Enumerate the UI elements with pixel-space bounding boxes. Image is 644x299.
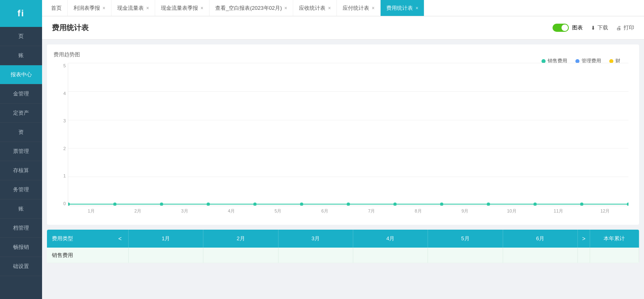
x-label-4: 4月 (208, 208, 254, 218)
x-axis: 1月 2月 3月 4月 5月 6月 7月 8月 9月 10月 11月 12月 (68, 208, 628, 218)
tab-blank-report-label: 查看_空白报表(2023年02月) (215, 4, 282, 12)
x-label-3: 3月 (161, 208, 208, 218)
tab-profit-close[interactable]: × (103, 5, 105, 11)
table-section: 费用类型 < 1月 2月 3月 4月 5月 6月 > 本年累计 销售费用 (47, 230, 639, 263)
td-sales-5 (428, 248, 503, 263)
tab-cashflow-close[interactable]: × (146, 5, 149, 11)
sidebar-item-ledger[interactable]: 账 (0, 199, 42, 219)
sidebar-item-home[interactable]: 页 (0, 27, 42, 46)
page-title: 费用统计表 (52, 23, 89, 33)
tab-receivable-close[interactable]: × (328, 5, 331, 11)
y-label-0: 0 (53, 201, 66, 206)
sidebar-item-service[interactable]: 务管理 (0, 180, 42, 199)
table-row-sales: 销售费用 (47, 248, 639, 263)
table-header-row: 费用类型 < 1月 2月 3月 4月 5月 6月 > 本年累计 (47, 230, 639, 248)
th-nav-next: > (578, 230, 590, 248)
sidebar-item-settings[interactable]: 础设置 (0, 257, 42, 276)
chart-plot (68, 63, 628, 206)
tab-cashflow[interactable]: 现金流量表 × (111, 0, 155, 16)
sidebar-item-account[interactable]: 账 (0, 46, 42, 65)
th-month-4: 4月 (353, 230, 428, 248)
x-label-2: 2月 (114, 208, 161, 218)
table-nav-next[interactable]: > (580, 235, 587, 243)
td-spacer (578, 248, 590, 263)
sidebar-item-archive[interactable]: 档管理 (0, 219, 42, 238)
td-sales-total (590, 248, 639, 263)
th-type-label: 费用类型 (52, 235, 73, 242)
table-nav-prev[interactable]: < (117, 235, 123, 243)
page-content: 费用统计表 图表 ⬇ 下载 🖨 打印 费用趋势图 (42, 16, 644, 299)
svg-point-1 (68, 203, 70, 206)
td-sales-3 (279, 248, 353, 263)
svg-point-7 (347, 203, 350, 206)
tab-expense-close[interactable]: × (415, 5, 418, 11)
main-area: 首页 利润表季报 × 现金流量表 × 现金流量表季报 × 查看_空白报表(202… (42, 0, 644, 299)
chart-svg (68, 63, 628, 206)
chart-toggle[interactable] (553, 24, 569, 32)
tab-expense[interactable]: 费用统计表 × (381, 0, 424, 16)
th-month-5: 5月 (428, 230, 503, 248)
tab-receivable-label: 应收统计表 (299, 4, 325, 12)
print-label: 打印 (624, 24, 634, 31)
th-month-6: 6月 (503, 230, 578, 248)
tab-bar: 首页 利润表季报 × 现金流量表 × 现金流量表季报 × 查看_空白报表(202… (42, 0, 644, 16)
tab-profit[interactable]: 利润表季报 × (68, 0, 111, 16)
tab-payable-close[interactable]: × (372, 5, 374, 11)
tab-blank-report[interactable]: 查看_空白报表(2023年02月) × (209, 0, 293, 16)
sidebar-item-capital[interactable]: 资 (0, 123, 42, 142)
app-logo: fi (0, 0, 42, 27)
chart-wrapper: 0 1 2 3 4 5 (53, 63, 633, 218)
chart-toggle-container: 图表 (553, 24, 583, 32)
tab-payable-label: 应付统计表 (343, 4, 369, 12)
sidebar-item-inventory[interactable]: 存核算 (0, 161, 42, 180)
download-icon: ⬇ (591, 25, 595, 31)
svg-point-9 (440, 203, 443, 206)
x-label-10: 10月 (488, 208, 535, 218)
tab-cashflow-label: 现金流量表 (117, 4, 144, 12)
x-label-11: 11月 (535, 208, 582, 218)
legend-sales-dot (541, 59, 546, 63)
sidebar-item-assets[interactable]: 定资产 (0, 104, 42, 123)
tab-home[interactable]: 首页 (45, 0, 68, 16)
th-month-2: 2月 (203, 230, 278, 248)
th-month-1: 1月 (129, 230, 203, 248)
y-label-4: 4 (53, 91, 66, 96)
svg-point-8 (393, 203, 397, 206)
td-sales-1 (129, 248, 203, 263)
x-label-1: 1月 (68, 208, 114, 218)
y-label-1: 1 (53, 173, 66, 178)
x-label-9: 9月 (441, 208, 488, 218)
sidebar-item-invoice[interactable]: 票管理 (0, 142, 42, 161)
x-label-5: 5月 (255, 208, 301, 218)
tab-cashflow-quarterly-label: 现金流量表季报 (161, 4, 198, 12)
y-axis: 0 1 2 3 4 5 (53, 63, 66, 206)
svg-point-6 (300, 203, 303, 206)
x-label-12: 12月 (582, 208, 628, 218)
tab-cashflow-quarterly[interactable]: 现金流量表季报 × (155, 0, 209, 16)
y-label-3: 3 (53, 118, 66, 123)
td-sales-2 (203, 248, 278, 263)
print-button[interactable]: 🖨 打印 (616, 24, 634, 31)
th-type: 费用类型 < (47, 230, 129, 248)
sidebar-item-reports[interactable]: 报表中心 (0, 65, 42, 84)
tab-cashflow-quarterly-close[interactable]: × (201, 5, 203, 11)
tab-payable[interactable]: 应付统计表 × (337, 0, 381, 16)
tab-blank-report-close[interactable]: × (284, 5, 287, 11)
download-button[interactable]: ⬇ 下载 (591, 24, 608, 31)
tab-receivable[interactable]: 应收统计表 × (293, 0, 337, 16)
svg-point-2 (113, 203, 116, 206)
chart-area: 0 1 2 3 4 5 (53, 63, 633, 218)
td-sales-4 (353, 248, 428, 263)
svg-point-3 (160, 203, 163, 206)
chart-container: 费用趋势图 销售费用 管理费用 财 (47, 44, 639, 225)
svg-point-4 (207, 203, 210, 206)
tab-expense-label: 费用统计表 (386, 4, 413, 12)
legend-finance-dot (609, 59, 613, 63)
svg-point-10 (487, 203, 490, 206)
sidebar-item-finance[interactable]: 金管理 (0, 84, 42, 104)
tab-home-label: 首页 (51, 4, 62, 12)
td-sales-6 (503, 248, 578, 263)
x-label-6: 6月 (301, 208, 348, 218)
sidebar-item-reimbursement[interactable]: 畅报销 (0, 238, 42, 257)
th-month-3: 3月 (279, 230, 353, 248)
